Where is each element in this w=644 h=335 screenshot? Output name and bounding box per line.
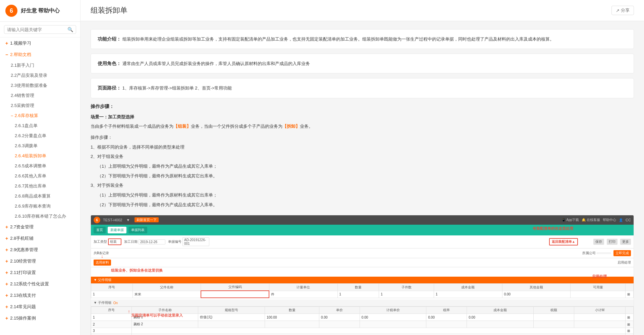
sidebar-item-210[interactable]: + 2.10经营管理 bbox=[0, 256, 80, 267]
mock-logo: 6 bbox=[94, 217, 100, 223]
sidebar-item-264[interactable]: 2.6.4组装拆卸单 bbox=[0, 151, 80, 161]
mock-org-field: 所属公司 bbox=[582, 251, 611, 256]
mock-type-field: 加工类型 组装 bbox=[94, 238, 121, 245]
annotation-switch: 组装业务、拆卸业务在这里切换 bbox=[111, 268, 163, 273]
path-text: 1、库存核算->库存管理->组装拆卸单 2、首页->常用功能 bbox=[122, 86, 232, 91]
steps-title: 操作步骤： bbox=[91, 104, 634, 110]
collapse-icon: − bbox=[5, 52, 8, 57]
expand-icon: + bbox=[5, 281, 8, 287]
mock-ui: 6 TEST-H002 ▼ 刷新首页一下 📱 App下载 🔔 在线客服 帮助中心… bbox=[91, 215, 634, 335]
sidebar-item-28[interactable]: + 2.8手机旺辅 bbox=[0, 233, 80, 244]
search-icon[interactable]: 🔍 bbox=[67, 27, 73, 32]
sidebar-item-265[interactable]: 2.6.5成本调整单 bbox=[0, 161, 80, 171]
intro-text: 组装拆卸单用来处理企业组装或拆卸等加工业务，支持有固定装配清单的产品加工业务，也… bbox=[122, 37, 554, 42]
mock-select-material-btn: 选用材料 bbox=[94, 260, 111, 266]
sidebar-item-23[interactable]: 2.3使用前数据准备 bbox=[0, 80, 80, 91]
expand-icon: + bbox=[5, 304, 8, 310]
mock-back-btn: 返回装配清单▲ bbox=[549, 238, 578, 245]
mock-top-row: 1 米米 件 1 1 1 0.00 ⊞ bbox=[91, 291, 634, 298]
mock-top-table: 序号 父件名称 父件编码 计量单位 数量 子件数 成本金额 其他金额 可用量 bbox=[91, 283, 634, 298]
annotation-enable: 启用处理 bbox=[592, 274, 607, 279]
expand-icon: + bbox=[5, 293, 8, 298]
intro-box: 功能介绍： 组装拆卸单用来处理企业组装或拆卸等加工业务，支持有固定装配清单的产品… bbox=[91, 29, 634, 49]
search-box[interactable]: 🔍 bbox=[4, 25, 76, 34]
sidebar-item-266[interactable]: 2.6.6其他入库单 bbox=[0, 171, 80, 181]
page-title: 组装拆卸单 bbox=[91, 5, 127, 15]
sidebar-item-24[interactable]: 2.4销售管理 bbox=[0, 91, 80, 101]
path-box: 页面路径： 1、库存核算->库存管理->组装拆卸单 2、首页->常用功能 bbox=[91, 78, 634, 98]
mock-topbar-sep: ▼ bbox=[126, 218, 130, 222]
intro-label: 功能介绍： bbox=[98, 36, 121, 42]
sidebar-item-26[interactable]: − 2.6库存核算 bbox=[0, 111, 80, 121]
sidebar-item-215[interactable]: + 2.15操作案例 bbox=[0, 313, 80, 324]
sidebar-item-268[interactable]: 2.6.8商品成本重算 bbox=[0, 191, 80, 201]
mock-save-btn: 保存 bbox=[593, 239, 604, 245]
step3-2: （2）下部明细为子件明细，最终作为产成品生成其它入库单。 bbox=[91, 201, 634, 209]
share-icon: ↗ bbox=[616, 8, 620, 13]
sidebar-item-261[interactable]: 2.6.1盘点单 bbox=[0, 121, 80, 131]
sidebar-item-27[interactable]: + 2.7资金管理 bbox=[0, 221, 80, 233]
sidebar-item-214[interactable]: + 2.14常见问题 bbox=[0, 301, 80, 313]
main-content-area: 组装拆卸单 ↗ 分享 功能介绍： 组装拆卸单用来处理企业组装或拆卸等加工业务，支… bbox=[80, 0, 644, 335]
sidebar-item-263[interactable]: 2.6.3调拨单 bbox=[0, 141, 80, 151]
mock-toolbar: 加工类型 组装 加工日期 2019-12-26 单据编号 AD-20191226… bbox=[91, 235, 634, 248]
role-text: 通常由生产人员或库管人员完成折装业务的操作，库管人员确认原材料的出库和产成品的入… bbox=[122, 61, 310, 66]
mock-more-btn: 更多 bbox=[620, 239, 631, 245]
mock-bottom-table: 序号 子件名称 规格型号 数量 单价 计税单价 税率 成本金额 税额 小计M bbox=[91, 306, 634, 335]
mock-topbar-help: 🔔 在线客服 bbox=[582, 218, 600, 222]
sidebar-item-docs[interactable]: − 2.帮助文档 bbox=[0, 49, 80, 60]
sidebar-item-video[interactable]: + 1.视频学习 bbox=[0, 38, 80, 49]
steps-section: 操作步骤： 场景一：加工类型选择 当由多个子件材料组装成一个成品的业务为【组装】… bbox=[91, 104, 634, 209]
sidebar-item-267[interactable]: 2.6.7其他出库单 bbox=[0, 181, 80, 191]
sidebar-item-212[interactable]: + 2.12系统个性化设置 bbox=[0, 278, 80, 290]
mock-tab-new: 新建单据 bbox=[108, 227, 126, 233]
mock-bottom-section-header: ▼ 子件明细 On bbox=[91, 299, 634, 306]
step2: 2、对于组装业务 bbox=[91, 153, 634, 161]
sidebar-item-21[interactable]: 2.1新手入门 bbox=[0, 60, 80, 70]
sidebar-item-25[interactable]: 2.5采购管理 bbox=[0, 101, 80, 111]
step3: 3、对于拆装业务 bbox=[91, 181, 634, 190]
expand-icon: + bbox=[5, 236, 8, 241]
logo-icon: 6 bbox=[5, 5, 17, 17]
collapse-sub-icon: − bbox=[11, 113, 13, 118]
scene1-desc: 当由多个子件材料组装成一个成品的业务为【组装】业务，当由一个父件拆分成多个子产品… bbox=[91, 122, 634, 131]
mock-tab-home: 首页 bbox=[94, 227, 106, 233]
sidebar-item-262[interactable]: 2.6.2分量盘点单 bbox=[0, 131, 80, 141]
sidebar-item-213[interactable]: + 2.13在线支付 bbox=[0, 290, 80, 301]
mock-tab-list: 单据列表 bbox=[128, 227, 147, 233]
expand-icon: + bbox=[5, 259, 8, 264]
step3-1: （1）上部明细为父件明细，最终作为原材料生成其它出库单； bbox=[91, 191, 634, 200]
sidebar-item-211[interactable]: + 2.11打印设置 bbox=[0, 267, 80, 278]
page-header: 组装拆卸单 ↗ 分享 bbox=[80, 0, 644, 21]
expand-icon: + bbox=[5, 224, 8, 230]
sidebar-item-29[interactable]: + 2.9优惠券管理 bbox=[0, 244, 80, 256]
step2-1: （1）上部明细为父件明细，最终作为产成品生成其它入库单； bbox=[91, 162, 634, 171]
search-input[interactable] bbox=[7, 27, 67, 32]
mock-enable-label: 启用处理 bbox=[618, 260, 631, 265]
logo-text: 好生意 帮助中心 bbox=[21, 7, 60, 14]
mock-topbar: 6 TEST-H002 ▼ 刷新首页一下 📱 App下载 🔔 在线客服 帮助中心… bbox=[91, 215, 634, 225]
expand-icon: + bbox=[5, 316, 8, 321]
mock-docno-value: AD-20191226-001 bbox=[182, 237, 209, 246]
sidebar-item-22[interactable]: 2.2产品安装及登录 bbox=[0, 70, 80, 80]
mock-topbar-apps: 📱 App下载 bbox=[561, 218, 579, 222]
mock-date-value: 2019-12-26 bbox=[139, 239, 165, 244]
mock-date-field: 加工日期 2019-12-26 bbox=[124, 239, 165, 244]
mock-select-area: 选用材料 启用处理 组装业务、拆卸业务在这里切换 ↓ 启用处理 bbox=[91, 258, 634, 267]
mock-print-btn: 打印 bbox=[607, 239, 618, 245]
share-button[interactable]: ↗ 分享 bbox=[611, 6, 634, 15]
mock-topbar-center: 帮助中心 bbox=[603, 218, 616, 222]
mock-topbar-user: 👤 bbox=[619, 218, 623, 222]
steps-title2: 操作步骤： bbox=[91, 133, 634, 142]
mock-confirm-btn: 立即完成 bbox=[613, 250, 631, 256]
sidebar-item-2610[interactable]: 2.6.10库存账本错了怎么办 bbox=[0, 211, 80, 221]
annotation-arrow-switch: ↓ bbox=[101, 254, 103, 259]
path-label: 页面路径： bbox=[98, 85, 121, 91]
mock-app-name: TEST-H002 bbox=[103, 218, 122, 222]
sidebar: 6 好生意 帮助中心 🔍 + 1.视频学习 − 2.帮助文档 2.1新手入门 2… bbox=[0, 0, 80, 335]
mock-type-input: 组装 bbox=[108, 238, 121, 245]
annotation-manual: 无固定清单可以手动在这里录入 bbox=[131, 313, 183, 318]
role-label: 使用角色： bbox=[98, 61, 121, 66]
mock-topbar-username: CC bbox=[626, 218, 631, 222]
sidebar-item-269[interactable]: 2.6.9库存账本查询 bbox=[0, 201, 80, 211]
